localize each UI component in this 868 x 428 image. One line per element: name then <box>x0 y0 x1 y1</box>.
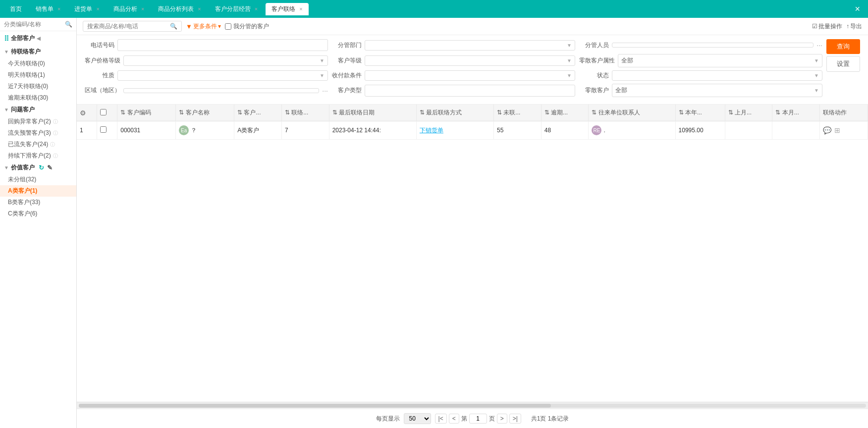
tab-purchase[interactable]: 进货单 × <box>68 3 105 15</box>
export-label: 导出 <box>850 22 862 31</box>
col-this-month-sort[interactable]: ⇅ <box>775 109 780 116</box>
col-overdue-sort[interactable]: ⇅ <box>544 109 549 116</box>
col-last-month-sort[interactable]: ⇅ <box>728 109 733 116</box>
sidebar-item-ungrouped[interactable]: 未分组(32) <box>0 174 76 185</box>
tab-product-analysis-close[interactable]: × <box>141 6 144 12</box>
tab-product-list-close[interactable]: × <box>198 6 201 12</box>
sidebar-item-churned[interactable]: 已流失客户(24) ⓘ <box>0 139 76 150</box>
phone-input[interactable] <box>117 39 328 51</box>
price-level-select[interactable]: ▼ <box>123 55 328 66</box>
col-contact-sort[interactable]: ⇅ <box>285 109 290 116</box>
col-name-sort[interactable]: ⇅ <box>179 109 184 116</box>
tab-sales[interactable]: 销售单 × <box>30 3 66 15</box>
prev-page-btn[interactable]: < <box>449 414 459 424</box>
tab-customer-segment-close[interactable]: × <box>255 6 258 12</box>
sidebar-group-value[interactable]: ▼ 价值客户 ↻ ✎ <box>0 161 76 174</box>
col-no-contact-sort[interactable]: ⇅ <box>497 109 502 116</box>
status-label: 状态 <box>579 71 609 80</box>
tab-product-analysis[interactable]: 商品分析 × <box>108 3 150 15</box>
refresh-icon[interactable]: ↻ <box>39 164 44 171</box>
next-page-btn[interactable]: > <box>497 414 507 424</box>
last-method-link[interactable]: 下销货单 <box>420 127 443 134</box>
export-btn[interactable]: ↑ 导出 <box>846 22 862 31</box>
more-conditions-btn[interactable]: ▼ 更多条件 ▾ <box>186 22 221 31</box>
search-box[interactable]: 🔍 <box>83 21 182 32</box>
sidebar-item-churn-warning[interactable]: 流失预警客户(3) ⓘ <box>0 127 76 139</box>
retail-attr-select[interactable]: 全部 ▼ <box>618 54 822 67</box>
sidebar-item-declining[interactable]: 持续下滑客户(2) ⓘ <box>0 150 76 161</box>
customer-type-input[interactable] <box>365 85 575 97</box>
sidebar-item-today[interactable]: 今天待联络(0) <box>0 58 76 69</box>
status-select[interactable]: ▼ <box>612 70 822 81</box>
tab-customer-contact[interactable]: 客户联络 × <box>266 3 308 15</box>
per-page-label: 每页显示 <box>376 415 400 423</box>
checkbox-icon: ☑ <box>812 23 817 30</box>
tab-sales-close[interactable]: × <box>57 6 60 12</box>
sidebar-group-problem[interactable]: ▼ 问题客户 <box>0 104 76 116</box>
sidebar-item-repurchase-abnormal[interactable]: 回购异常客户(2) ⓘ <box>0 116 76 127</box>
col-year-sort[interactable]: ⇅ <box>679 109 684 116</box>
search-icon[interactable]: 🔍 <box>170 23 177 30</box>
query-button[interactable]: 查询 <box>826 39 860 54</box>
my-customers-check[interactable] <box>225 23 231 30</box>
row-select-checkbox[interactable] <box>100 126 107 133</box>
sidebar-item-c-class[interactable]: C类客户(6) <box>0 208 76 219</box>
per-page-select[interactable]: 50 100 200 <box>404 413 431 424</box>
scrollbar-thumb[interactable] <box>79 404 551 408</box>
col-contacts-sort[interactable]: ⇅ <box>592 109 597 116</box>
tab-customer-segment[interactable]: 客户分层经营 × <box>209 3 264 15</box>
col-level-sort[interactable]: ⇅ <box>237 109 242 116</box>
sidebar-item-7days[interactable]: 近7天待联络(0) <box>0 81 76 92</box>
sidebar-group-pending[interactable]: ▼ 待联络客户 <box>0 46 76 58</box>
filter-row-1: 电话号码 分管部门 ▼ 分管人员 <box>85 39 822 51</box>
tab-customer-contact-close[interactable]: × <box>299 6 302 12</box>
sidebar-item-overdue[interactable]: 逾期未联络(30) <box>0 92 76 104</box>
info-icon-1: ⓘ <box>53 118 58 125</box>
window-close-button[interactable]: × <box>851 4 864 14</box>
col-no-contact: ⇅ 未联... <box>493 105 541 121</box>
nature-select[interactable]: ▼ <box>117 70 328 81</box>
sidebar-item-b-class[interactable]: B类客户(33) <box>0 197 76 208</box>
settings-button[interactable]: 设置 <box>826 56 860 72</box>
row-no-contact: 55 <box>493 121 541 140</box>
page-input[interactable] <box>469 414 487 424</box>
sidebar-item-tomorrow[interactable]: 明天待联络(1) <box>0 69 76 81</box>
col-last-method: ⇅ 最后联络方式 <box>416 105 493 121</box>
batch-ops-btn[interactable]: ☑ 批量操作 <box>812 22 842 31</box>
payment-select[interactable]: ▼ <box>365 70 575 81</box>
sidebar-item-a-class[interactable]: A类客户(1) <box>0 185 76 197</box>
col-gear[interactable]: ⚙ <box>77 105 97 121</box>
retail-attr-label: 零散客户属性 <box>579 56 615 65</box>
region-dots[interactable]: ··· <box>322 87 328 95</box>
col-code-sort[interactable]: ⇅ <box>120 109 125 116</box>
edit-icon[interactable]: ✎ <box>47 164 53 171</box>
retail-select[interactable]: 全部 ▼ <box>612 84 822 97</box>
region-select[interactable] <box>123 88 319 93</box>
link-icon[interactable]: ⊞ <box>834 126 840 134</box>
sidebar-search-box[interactable]: 🔍 <box>0 18 76 31</box>
person-dots[interactable]: ··· <box>816 41 822 49</box>
row-checkbox[interactable] <box>97 121 117 140</box>
col-date-sort[interactable]: ⇅ <box>332 109 337 116</box>
tab-home[interactable]: 首页 <box>4 3 28 15</box>
select-all-checkbox[interactable] <box>100 109 107 115</box>
first-page-btn[interactable]: |< <box>435 414 447 424</box>
sidebar-all-customers[interactable]: ⠿ 全部客户 ◀ <box>0 31 76 46</box>
last-page-btn[interactable]: >| <box>509 414 521 424</box>
chat-icon[interactable]: 💬 <box>823 126 831 134</box>
col-checkbox[interactable] <box>97 105 117 121</box>
tab-product-list[interactable]: 商品分析列表 × <box>152 3 207 15</box>
gear-icon[interactable]: ⚙ <box>80 109 86 117</box>
phone-label: 电话号码 <box>85 41 114 50</box>
dept-select[interactable]: ▼ <box>365 40 575 51</box>
horizontal-scrollbar[interactable] <box>77 402 868 409</box>
pagination-bar: 每页显示 50 100 200 |< < 第 页 > >| 共1页 1条记录 <box>77 409 868 428</box>
sidebar-search-icon[interactable]: 🔍 <box>65 21 72 28</box>
customer-level-select[interactable]: ▼ <box>365 55 575 66</box>
col-method-sort[interactable]: ⇅ <box>420 109 425 116</box>
sidebar-search-input[interactable] <box>4 21 63 28</box>
my-customers-checkbox[interactable]: 我分管的客户 <box>225 22 269 31</box>
person-select[interactable] <box>612 43 814 48</box>
tab-purchase-close[interactable]: × <box>96 6 99 12</box>
search-input[interactable] <box>87 23 168 30</box>
